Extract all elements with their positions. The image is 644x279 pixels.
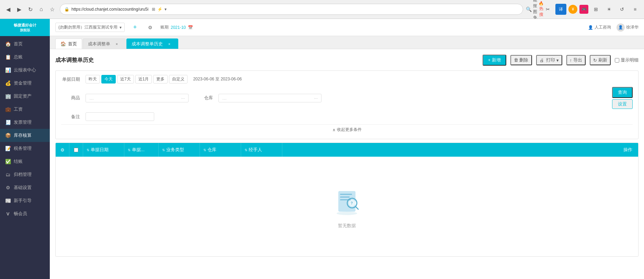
- sidebar-item-funds[interactable]: 💰 资金管理: [0, 77, 50, 90]
- logo-text: 畅捷通好会计 旗舰版: [14, 23, 36, 32]
- main-content: (勿删勿禁用）江西服宝测试专用 ▾ + ⚙ 账期 2021-10 📅 👤 人工咨…: [50, 19, 644, 279]
- date-more-button[interactable]: 更多: [153, 75, 168, 83]
- sidebar-item-label: 云报表中心: [14, 67, 36, 73]
- funds-icon: 💰: [5, 80, 11, 86]
- scissors-button[interactable]: ✂: [542, 4, 553, 15]
- goods-dropdown[interactable]: … ···: [86, 94, 189, 102]
- company-settings-button[interactable]: ⚙: [145, 23, 155, 32]
- company-dropdown-icon: ▾: [120, 25, 122, 30]
- user-avatar: 👤: [617, 23, 625, 32]
- undo-button[interactable]: ↺: [617, 4, 628, 15]
- sidebar-item-closeout[interactable]: ✅ 结账: [0, 155, 50, 168]
- sidebar-item-ledger[interactable]: 📋 总账: [0, 51, 50, 64]
- date-1month-button[interactable]: 近1月: [135, 75, 152, 83]
- tab-cost-adjustment[interactable]: 成本调整单 ×: [83, 38, 126, 49]
- sidebar-item-inventory[interactable]: 📦 库存核算: [0, 129, 50, 142]
- collapse-bar[interactable]: ∧ 收起更多条件: [61, 124, 633, 135]
- user-info[interactable]: 👤 徐泽华: [617, 23, 639, 32]
- sidebar-item-label: 首页: [14, 41, 23, 47]
- currency-button[interactable]: ¥: [568, 5, 577, 14]
- export-button[interactable]: ↑ 导出: [566, 55, 586, 65]
- tab-close-active-button[interactable]: ×: [166, 40, 173, 48]
- th-biztype[interactable]: ⇅ 业务类型: [159, 143, 200, 157]
- filter-row-date: 单据日期 昨天 今天 近7天 近1月 更多 自定义 2023-06-06 至 2…: [61, 75, 633, 83]
- tab-label: 成本调整单历史: [132, 41, 163, 47]
- lightning-icon: ⚡: [157, 7, 162, 12]
- search-360-button[interactable]: 🔍 360智能抠图免费用 🔥热搜: [529, 4, 540, 15]
- delete-button[interactable]: 🗑 删除: [510, 55, 532, 65]
- app-wrapper: 畅捷通好会计 旗舰版 🏠 首页 📋 总账 📊 云报表中心 💰 资金管理: [0, 19, 644, 279]
- sidebar-item-label: 畅会员: [14, 211, 27, 217]
- date-yesterday-button[interactable]: 昨天: [86, 75, 100, 83]
- sidebar-item-payroll[interactable]: 💼 工资: [0, 103, 50, 116]
- browser-right: 🔍 360智能抠图免费用 🔥热搜 ✂ 译 ¥ 🎮 ⊞ ☀ ↺ ≡: [529, 4, 641, 15]
- calendar-icon[interactable]: 📅: [188, 25, 193, 30]
- show-detail-checkbox-wrapper[interactable]: 显示明细: [615, 57, 639, 63]
- translate-button[interactable]: 译: [555, 4, 566, 15]
- settings-column-icon: ⚙: [60, 147, 65, 153]
- sidebar-item-label: 基础设置: [14, 185, 32, 191]
- sidebar-item-tax[interactable]: 📝 税务管理: [0, 142, 50, 155]
- sort-icon: ⇅: [128, 148, 131, 152]
- print-label: 打印: [546, 57, 555, 63]
- back-button[interactable]: ◀: [3, 4, 13, 14]
- sidebar-item-invoice[interactable]: 🧾 发票管理: [0, 116, 50, 129]
- sidebar-item-archive[interactable]: 🗂 归档管理: [0, 168, 50, 181]
- invoice-icon: 🧾: [5, 120, 11, 125]
- date-7days-button[interactable]: 近7天: [117, 75, 134, 83]
- th-handler[interactable]: ⇅ 经手人: [241, 143, 282, 157]
- company-name: (勿删勿禁用）江西服宝测试专用: [58, 24, 117, 30]
- collapse-up-icon: ∧: [332, 127, 336, 132]
- th-checkbox[interactable]: [69, 143, 83, 157]
- svg-text:?: ?: [351, 201, 353, 205]
- print-button[interactable]: 🖨 打印 ▾: [536, 55, 562, 65]
- settings-filter-button[interactable]: 设置: [612, 99, 633, 109]
- date-today-button[interactable]: 今天: [101, 75, 116, 83]
- brightness-button[interactable]: ☀: [603, 4, 614, 15]
- show-detail-checkbox[interactable]: [615, 58, 619, 63]
- filter-row-goods-warehouse: 商品 … ··· 仓库 … ··· 查询 设置: [61, 87, 633, 109]
- sidebar-item-label: 发票管理: [14, 119, 32, 125]
- export-label: 导出: [573, 57, 582, 63]
- refresh-button[interactable]: ↻ 刷新: [590, 55, 611, 65]
- tab-home[interactable]: 🏠 首页: [55, 38, 82, 49]
- svg-point-0: [337, 212, 357, 215]
- game-button[interactable]: 🎮: [579, 5, 588, 14]
- reports-icon: 📊: [5, 67, 11, 73]
- sidebar-item-guide[interactable]: 📰 新手引导: [0, 194, 50, 207]
- address-bar[interactable]: 🔒 https://cloud.chanjet.com/accounting/u…: [60, 4, 523, 15]
- date-custom-button[interactable]: 自定义: [169, 75, 188, 83]
- sidebar-item-settings[interactable]: ⚙ 基础设置: [0, 181, 50, 194]
- sort-icon: ⇅: [162, 148, 165, 152]
- th-number[interactable]: ⇅ 单据...: [124, 143, 159, 157]
- th-date[interactable]: ⇅ 单据日期: [83, 143, 124, 157]
- sidebar-item-reports[interactable]: 📊 云报表中心: [0, 64, 50, 77]
- menu-button[interactable]: ≡: [630, 4, 641, 15]
- query-button[interactable]: 查询: [612, 87, 633, 98]
- forward-button[interactable]: ▶: [14, 4, 24, 14]
- print-dropdown-icon: ▾: [556, 58, 559, 63]
- new-button[interactable]: + 新增: [483, 55, 506, 66]
- company-selector[interactable]: (勿删勿禁用）江西服宝测试专用 ▾: [55, 23, 125, 32]
- th-settings[interactable]: ⚙: [56, 143, 69, 157]
- tab-close-button[interactable]: ×: [113, 40, 121, 48]
- remark-input[interactable]: [86, 112, 154, 121]
- select-all-checkbox[interactable]: [74, 148, 78, 152]
- refresh-button[interactable]: ↻: [25, 4, 35, 14]
- grid-view-button[interactable]: ⊞: [590, 4, 601, 15]
- consult-button[interactable]: 👤 人工咨询: [588, 24, 611, 30]
- warehouse-dropdown[interactable]: … ···: [218, 94, 321, 102]
- sidebar-item-label: 库存核算: [14, 132, 32, 138]
- browser-chrome: ◀ ▶ ↻ ⌂ ☆ 🔒 https://cloud.chanjet.com/ac…: [0, 0, 644, 19]
- star-button[interactable]: ☆: [47, 4, 57, 14]
- tab-cost-adjustment-history[interactable]: 成本调整单历史 ×: [126, 38, 178, 49]
- add-company-button[interactable]: +: [130, 23, 140, 32]
- home-button[interactable]: ⌂: [36, 4, 46, 14]
- sidebar-item-assets[interactable]: 🏢 固定资产: [0, 90, 50, 103]
- th-warehouse[interactable]: ⇅ 仓库: [200, 143, 241, 157]
- sidebar-item-home[interactable]: 🏠 首页: [0, 37, 50, 51]
- period-info: 账期 2021-10 📅: [160, 24, 193, 30]
- page-area: 成本调整单历史 + 新增 🗑 删除 🖨 打印 ▾ ↑ 导出 ↻: [50, 49, 644, 279]
- sidebar-item-vip[interactable]: V 畅会员: [0, 207, 50, 220]
- sort-icon: ⇅: [245, 148, 247, 152]
